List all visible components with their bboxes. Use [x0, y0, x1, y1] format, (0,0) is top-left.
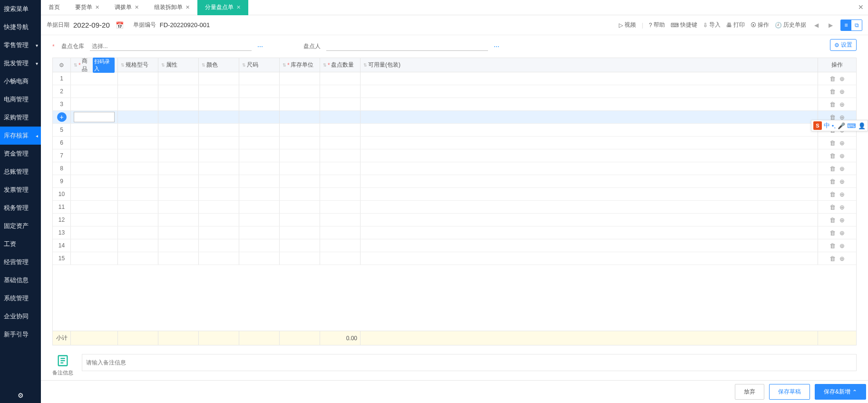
delete-row-icon[interactable]: 🗑 — [829, 75, 836, 82]
close-tab-icon[interactable]: ✕ — [135, 4, 139, 10]
tab-1[interactable]: 要货单✕ — [68, 0, 107, 15]
sidebar-item-15[interactable]: 基础信息 — [0, 271, 41, 289]
goods-cell-input[interactable] — [74, 112, 115, 122]
insert-row-icon[interactable]: ⊕ — [839, 191, 845, 198]
table-row[interactable]: 6🗑⊕ — [53, 137, 856, 149]
sidebar-item-2[interactable]: 零售管理▾ — [0, 36, 41, 54]
col-color[interactable]: ⇅颜色 — [199, 58, 239, 72]
col-avail[interactable]: ⇅可用量(包装) — [361, 58, 818, 72]
table-row[interactable]: 11🗑⊕ — [53, 201, 856, 214]
col-attr[interactable]: ⇅属性 — [158, 58, 199, 72]
insert-row-icon[interactable]: ⊕ — [839, 165, 845, 172]
close-tab-icon[interactable]: ✕ — [236, 4, 241, 10]
print-button[interactable]: 🖶 打印 — [726, 21, 745, 29]
add-row-icon[interactable]: + — [57, 112, 67, 122]
table-row[interactable]: 5🗑⊕ — [53, 124, 856, 137]
ime-mic-icon[interactable]: 🎤 — [838, 122, 845, 129]
save-add-button[interactable]: 保存&新增 ⌃ — [815, 384, 866, 400]
sidebar-item-3[interactable]: 批发管理▾ — [0, 54, 41, 72]
insert-row-icon[interactable]: ⊕ — [839, 101, 845, 108]
insert-row-icon[interactable]: ⊕ — [839, 242, 845, 249]
prev-icon[interactable]: ◀ — [812, 21, 820, 29]
settings-button[interactable]: ⚙ 设置 — [830, 39, 857, 51]
table-row[interactable]: 15🗑⊕ — [53, 252, 856, 265]
table-row[interactable]: 1🗑⊕ — [53, 72, 856, 85]
col-goods[interactable]: ⇅*商品扫码录入 — [71, 58, 118, 72]
insert-row-icon[interactable]: ⊕ — [839, 216, 845, 224]
sidebar-item-13[interactable]: 工资 — [0, 235, 41, 253]
col-qty[interactable]: ⇅*盘点数量 — [320, 58, 361, 72]
sidebar-item-9[interactable]: 总账管理 — [0, 163, 41, 181]
delete-row-icon[interactable]: 🗑 — [829, 229, 836, 236]
delete-row-icon[interactable]: 🗑 — [829, 191, 836, 198]
insert-row-icon[interactable]: ⊕ — [839, 75, 845, 82]
ime-punct-icon[interactable]: •, — [832, 122, 836, 129]
grid-config-icon[interactable]: ⚙ — [53, 58, 71, 72]
insert-row-icon[interactable]: ⊕ — [839, 139, 845, 147]
tab-2[interactable]: 调拨单✕ — [107, 0, 146, 15]
sidebar-item-14[interactable]: 经营管理 — [0, 253, 41, 271]
table-row[interactable]: 2🗑⊕ — [53, 85, 856, 98]
insert-row-icon[interactable]: ⊕ — [839, 204, 845, 211]
delete-row-icon[interactable]: 🗑 — [829, 204, 836, 211]
delete-row-icon[interactable]: 🗑 — [829, 165, 836, 172]
sidebar-item-7[interactable]: 库存核算◂ — [0, 127, 41, 145]
insert-row-icon[interactable]: ⊕ — [839, 229, 845, 236]
sidebar-item-17[interactable]: 企业协同 — [0, 307, 41, 325]
operate-button[interactable]: ⦿ 操作 — [751, 21, 769, 29]
detail-view-icon[interactable]: ⧉ — [851, 20, 862, 30]
insert-row-icon[interactable]: ⊕ — [839, 178, 845, 185]
insert-row-icon[interactable]: ⊕ — [839, 255, 845, 262]
video-button[interactable]: ▷ 视频 — [619, 21, 636, 29]
delete-row-icon[interactable]: 🗑 — [829, 139, 836, 147]
close-tab-icon[interactable]: ✕ — [185, 4, 190, 10]
ime-keyboard-icon[interactable]: ⌨ — [847, 122, 856, 129]
sidebar-item-5[interactable]: 电商管理 — [0, 90, 41, 108]
history-button[interactable]: 🕘 历史单据 — [775, 21, 806, 29]
table-row[interactable]: 14🗑⊕ — [53, 239, 856, 252]
col-unit[interactable]: ⇅*库存单位 — [280, 58, 320, 72]
tab-0[interactable]: 首页 — [41, 0, 68, 15]
insert-row-icon[interactable]: ⊕ — [839, 152, 845, 159]
sidebar-item-18[interactable]: 新手引导 — [0, 325, 41, 344]
sidebar-item-0[interactable]: 搜索菜单 — [0, 0, 41, 18]
sidebar-item-16[interactable]: 系统管理 — [0, 289, 41, 307]
remark-input[interactable] — [82, 354, 857, 371]
delete-row-icon[interactable]: 🗑 — [829, 216, 836, 224]
date-value[interactable]: 2022-09-20 — [73, 21, 110, 29]
sidebar-item-1[interactable]: 快捷导航 — [0, 18, 41, 36]
delete-row-icon[interactable]: 🗑 — [829, 152, 836, 159]
table-row[interactable]: 10🗑⊕ — [53, 188, 856, 201]
delete-row-icon[interactable]: 🗑 — [829, 242, 836, 249]
warehouse-input[interactable] — [90, 42, 252, 51]
delete-row-icon[interactable]: 🗑 — [829, 101, 836, 108]
delete-row-icon[interactable]: 🗑 — [829, 178, 836, 185]
shortcut-button[interactable]: ⌨ 快捷键 — [671, 21, 697, 29]
col-spec[interactable]: ⇅规格型号 — [118, 58, 158, 72]
person-lookup-icon[interactable]: ⋯ — [494, 43, 500, 50]
table-row[interactable]: 9🗑⊕ — [53, 175, 856, 188]
sidebar-item-12[interactable]: 固定资产 — [0, 217, 41, 235]
tab-3[interactable]: 组装拆卸单✕ — [146, 0, 197, 15]
table-row[interactable]: 3🗑⊕ — [53, 98, 856, 111]
sidebar-item-10[interactable]: 发票管理 — [0, 181, 41, 199]
warehouse-lookup-icon[interactable]: ⋯ — [257, 43, 263, 50]
delete-row-icon[interactable]: 🗑 — [829, 255, 836, 262]
table-row[interactable]: 13🗑⊕ — [53, 226, 856, 239]
sidebar-item-8[interactable]: 资金管理 — [0, 145, 41, 163]
col-size[interactable]: ⇅尺码 — [239, 58, 280, 72]
table-row[interactable]: 7🗑⊕ — [53, 149, 856, 162]
close-tab-icon[interactable]: ✕ — [95, 4, 99, 10]
ime-cn-icon[interactable]: 中 — [824, 121, 830, 130]
table-row[interactable]: 8🗑⊕ — [53, 162, 856, 175]
person-input[interactable] — [326, 42, 488, 51]
help-button[interactable]: ? 帮助 — [649, 21, 665, 29]
import-button[interactable]: ⇩ 导入 — [703, 21, 721, 29]
delete-row-icon[interactable]: 🗑 — [829, 88, 836, 95]
scan-input-tag[interactable]: 扫码录入 — [93, 58, 115, 73]
close-all-tabs-icon[interactable]: ✕ — [856, 2, 866, 12]
list-view-icon[interactable]: ≡ — [841, 20, 851, 30]
sidebar-item-4[interactable]: 小畅电商 — [0, 72, 41, 90]
calendar-icon[interactable]: 📅 — [116, 21, 124, 29]
tab-4[interactable]: 分量盘点单✕ — [197, 0, 248, 15]
